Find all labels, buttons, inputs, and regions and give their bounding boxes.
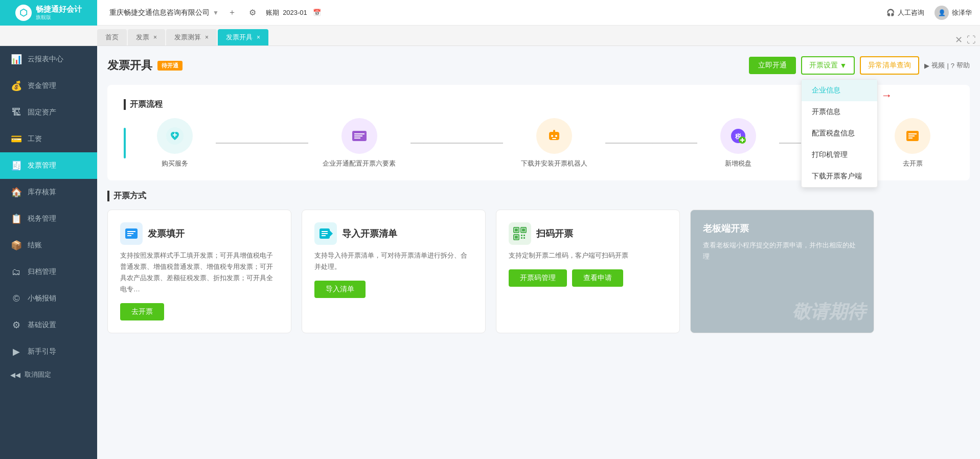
step-add-taxdisk: 税 新增税盘 bbox=[697, 118, 779, 168]
assets-icon: 🏗 bbox=[10, 107, 22, 118]
help-label: 帮助 bbox=[956, 61, 970, 70]
tab-invoice-calc[interactable]: 发票测算 × bbox=[166, 29, 217, 45]
dropdown-item-invoice-info[interactable]: 开票信息 bbox=[802, 101, 877, 123]
qr-code-svg bbox=[513, 226, 527, 241]
calendar-icon[interactable]: 📅 bbox=[313, 9, 321, 16]
top-header: ⬡ 畅捷通好会计 旗舰版 重庆畅捷交通信息咨询有限公司 ▼ ＋ ⚙ 账期 202… bbox=[0, 0, 980, 26]
ai-consult-button[interactable]: 🎧 人工咨询 bbox=[886, 8, 924, 17]
settings-dropdown-menu: 企业信息 → 开票信息 配置税盘信息 打印机管理 下 bbox=[801, 79, 878, 188]
sidebar-item-closing-label: 结账 bbox=[28, 241, 42, 250]
sidebar-item-assets[interactable]: 🏗 固定资产 bbox=[0, 99, 97, 126]
billing-section-title: 开票方式 bbox=[107, 191, 970, 201]
logo-text-block: 畅捷通好会计 旗舰版 bbox=[36, 5, 82, 21]
billing-card-qr-view-btn[interactable]: 查看申请 bbox=[572, 269, 623, 287]
tax-icon: 📋 bbox=[10, 213, 22, 224]
sidebar-item-closing[interactable]: 📦 结账 bbox=[0, 232, 97, 259]
headset-icon: 🎧 bbox=[886, 9, 895, 16]
header-actions: ＋ ⚙ bbox=[225, 6, 260, 20]
tab-home[interactable]: 首页 bbox=[97, 29, 127, 45]
dropdown-item-tax-config[interactable]: 配置税盘信息 bbox=[802, 123, 877, 144]
step-configure-label: 企业开通配置开票六要素 bbox=[323, 159, 396, 168]
sidebar-item-reports-label: 云报表中心 bbox=[28, 55, 63, 64]
billing-card-manual-title: 发票填开 bbox=[120, 222, 279, 245]
logo-area: ⬡ 畅捷通好会计 旗舰版 bbox=[0, 0, 97, 26]
svg-rect-37 bbox=[523, 235, 525, 236]
tab-invoice-calc-label: 发票测算 bbox=[174, 33, 201, 42]
billing-card-import-icon bbox=[314, 222, 337, 245]
sidebar-bottom-unpin[interactable]: ◀◀ 取消固定 bbox=[0, 365, 97, 384]
step-go-invoice-label: 去开票 bbox=[903, 159, 923, 168]
go-invoice-svg bbox=[903, 127, 922, 145]
sidebar-item-archive[interactable]: 🗂 归档管理 bbox=[0, 259, 97, 285]
robot-svg bbox=[545, 127, 563, 145]
billing-card-boss-title: 老板端开票 bbox=[703, 222, 861, 235]
billing-card-import-desc: 支持导入待开票清单，可对待开票清单进行拆分、合并处理。 bbox=[314, 250, 473, 272]
billing-card-import-title: 导入开票清单 bbox=[314, 222, 473, 245]
tab-invoice-issue[interactable]: 发票开具 × bbox=[218, 29, 268, 45]
step-taxdisk-label: 新增税盘 bbox=[725, 159, 751, 168]
step-connector-3 bbox=[605, 143, 698, 144]
period-label: 账期 2023-01 📅 bbox=[266, 8, 321, 17]
tab-invoice[interactable]: 发票 × bbox=[128, 29, 165, 45]
sidebar-item-expense[interactable]: © 小畅报销 bbox=[0, 285, 97, 312]
tab-invoice-calc-close[interactable]: × bbox=[205, 34, 209, 41]
billing-cards: 发票填开 支持按照发票样式手工填开发票；可开具增值税电子普通发票、增值税普通发票… bbox=[107, 210, 970, 333]
sidebar-item-funds-label: 资金管理 bbox=[28, 81, 56, 90]
sidebar-item-invoice-mgmt[interactable]: 🧾 发票管理 bbox=[0, 152, 97, 179]
billing-card-import-btn[interactable]: 导入清单 bbox=[314, 281, 366, 298]
sidebar-item-settings[interactable]: ⚙ 基础设置 bbox=[0, 312, 97, 338]
activate-button[interactable]: 立即开通 bbox=[749, 57, 796, 74]
sidebar-item-tax[interactable]: 📋 税务管理 bbox=[0, 205, 97, 232]
company-dropdown-arrow: ▼ bbox=[213, 9, 219, 16]
dropdown-item-company-info-label: 企业信息 bbox=[812, 86, 840, 94]
settings-icon[interactable]: ⚙ bbox=[245, 6, 260, 20]
toolbar: 立即开通 开票设置 ▼ 企业信息 → 开票信息 bbox=[749, 56, 970, 75]
video-label: 视频 bbox=[931, 61, 945, 70]
tab-home-label: 首页 bbox=[105, 33, 119, 42]
svg-rect-34 bbox=[522, 228, 525, 232]
billing-section: 开票方式 发票填开 bbox=[107, 191, 970, 333]
page-title-row: 发票开具 待开通 立即开通 开票设置 ▼ 企业信息 → bbox=[107, 56, 970, 75]
sidebar-item-inventory[interactable]: 🏠 库存核算 bbox=[0, 179, 97, 205]
sidebar-item-assets-label: 固定资产 bbox=[28, 108, 56, 117]
company-selector[interactable]: 重庆畅捷交通信息咨询有限公司 ▼ bbox=[109, 8, 219, 17]
guide-icon: ▶ bbox=[10, 346, 22, 357]
settings-sidebar-icon: ⚙ bbox=[10, 319, 22, 331]
sidebar-item-tax-label: 税务管理 bbox=[28, 214, 56, 223]
billing-card-qr-manage-btn[interactable]: 开票码管理 bbox=[509, 269, 567, 287]
tab-invoice-label: 发票 bbox=[136, 33, 149, 42]
user-area[interactable]: 👤 徐泽华 bbox=[935, 6, 972, 20]
unpin-label: 取消固定 bbox=[25, 370, 51, 379]
sidebar-item-funds[interactable]: 💰 资金管理 bbox=[0, 73, 97, 99]
sidebar-item-archive-label: 归档管理 bbox=[28, 267, 56, 277]
dropdown-item-invoice-info-label: 开票信息 bbox=[812, 107, 840, 116]
dropdown-item-printer[interactable]: 打印机管理 bbox=[802, 144, 877, 166]
billing-card-manual-btn[interactable]: 去开票 bbox=[120, 303, 164, 320]
billing-card-manual: 发票填开 支持按照发票样式手工填开发票；可开具增值税电子普通发票、增值税普通发票… bbox=[107, 210, 291, 333]
tab-invoice-issue-label: 发票开具 bbox=[226, 33, 253, 42]
svg-rect-11 bbox=[553, 130, 555, 132]
billing-card-qr-icon bbox=[509, 222, 531, 245]
video-help[interactable]: ▶ 视频 | ? 帮助 bbox=[924, 61, 970, 70]
sidebar-item-reports[interactable]: 📊 云报表中心 bbox=[0, 46, 97, 73]
tab-bar: 首页 发票 × 发票测算 × 发票开具 × ✕ ⛶ bbox=[0, 26, 980, 46]
sidebar-item-guide[interactable]: ▶ 新手引导 bbox=[0, 338, 97, 365]
step-buy-service: 购买服务 bbox=[134, 118, 216, 168]
step-left-bar bbox=[124, 128, 126, 158]
tab-invoice-issue-close[interactable]: × bbox=[257, 34, 260, 41]
window-maximize-icon[interactable]: ⛶ bbox=[967, 35, 976, 45]
step-connector-1 bbox=[216, 143, 308, 144]
header-right: 🎧 人工咨询 👤 徐泽华 bbox=[886, 6, 972, 20]
dropdown-item-download-client[interactable]: 下载开票客户端 bbox=[802, 166, 877, 187]
window-close-icon[interactable]: ✕ bbox=[955, 34, 963, 45]
import-list-svg bbox=[318, 226, 333, 241]
tab-invoice-close[interactable]: × bbox=[153, 34, 157, 41]
dropdown-item-download-client-label: 下载开票客户端 bbox=[812, 172, 862, 180]
sidebar-item-salary[interactable]: 💳 工资 bbox=[0, 126, 97, 152]
settings-button[interactable]: 开票设置 ▼ bbox=[801, 56, 855, 75]
abnormal-list-button[interactable]: 异常清单查询 bbox=[860, 56, 919, 75]
reports-icon: 📊 bbox=[10, 54, 22, 65]
add-button[interactable]: ＋ bbox=[225, 6, 239, 20]
dropdown-item-company-info[interactable]: 企业信息 → bbox=[802, 80, 877, 101]
unpin-icon: ◀◀ bbox=[10, 371, 20, 379]
